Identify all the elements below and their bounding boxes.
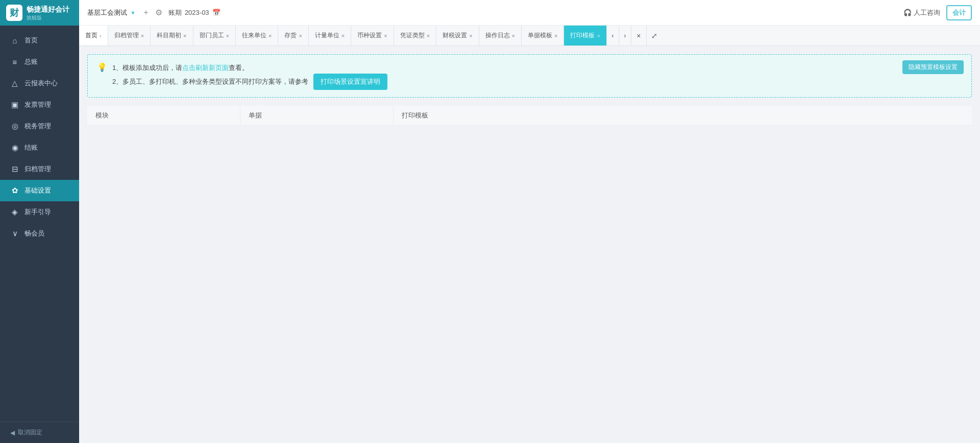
tab-currency-close-icon[interactable]: × (384, 33, 387, 39)
sidebar-item-member[interactable]: ∨ 畅会员 (0, 223, 79, 244)
tab-oplog-label: 操作日志 (485, 31, 510, 40)
main-area: 基层工会测试 ▼ ＋ ⚙ 账期 2023-03 📅 🎧 人工咨询 会计 首页 ‹ (79, 0, 980, 443)
logo-icon: 财 (6, 5, 22, 21)
sidebar-label-close: 结账 (24, 143, 38, 152)
sidebar-item-home[interactable]: ⌂ 首页 (0, 30, 79, 51)
sidebar-item-tax[interactable]: ◎ 税务管理 (0, 115, 79, 137)
tab-print-label: 打印模板 (570, 31, 595, 40)
sidebar-label-reports: 云报表中心 (24, 79, 58, 88)
tab-next-button[interactable]: › (619, 26, 631, 46)
table-col-module: 模块 (87, 106, 240, 125)
ledger-icon: ≡ (10, 58, 19, 66)
hide-template-label: 隐藏预置模板设置 (909, 63, 958, 71)
tab-currency-label: 币种设置 (357, 31, 382, 40)
tab-partner-label: 往来单位 (242, 31, 266, 40)
sidebar-unpin[interactable]: ◀ 取消固定 (0, 422, 79, 443)
tab-print[interactable]: 打印模板 × (564, 26, 606, 45)
tab-voucher-label: 凭证类型 (400, 31, 425, 40)
info-line1: 1、模板添加成功后，请点击刷新新页面查看。 (112, 62, 387, 74)
table-col-template: 打印模板 (394, 106, 972, 125)
info-refresh-link[interactable]: 点击刷新新页面 (182, 64, 229, 72)
tab-fiscal-label: 财税设置 (443, 31, 467, 40)
sidebar-label-ledger: 总账 (24, 57, 38, 66)
tab-department-close-icon[interactable]: × (226, 33, 229, 39)
tab-bar: 首页 ‹ 归档管理 × 科目期初 × 部门员工 × 往来单位 × 存货 × 计量… (79, 26, 980, 46)
sidebar-nav: ⌂ 首页 ≡ 总账 △ 云报表中心 ▣ 发票管理 ◎ 税务管理 ◉ 结账 ⊟ 归… (0, 26, 79, 422)
sidebar-item-reports[interactable]: △ 云报表中心 (0, 73, 79, 94)
tab-archive[interactable]: 归档管理 × (108, 26, 151, 45)
tab-unit-label: 计量单位 (315, 31, 339, 40)
settings-gear-icon[interactable]: ⚙ (155, 8, 162, 17)
headphone-icon: 🎧 (903, 9, 912, 16)
info-box: 💡 1、模板添加成功后，请点击刷新新页面查看。 2、多员工、多打印机、多种业务类… (87, 54, 972, 98)
member-icon: ∨ (10, 229, 19, 238)
unpin-icon: ◀ (10, 429, 15, 436)
tab-currency[interactable]: 币种设置 × (351, 26, 394, 45)
tab-unit[interactable]: 计量单位 × (309, 26, 351, 45)
tab-fiscal-close-icon[interactable]: × (469, 33, 472, 39)
kuaiji-label: 会计 (952, 9, 966, 16)
tab-home[interactable]: 首页 ‹ (79, 26, 108, 45)
tab-expand-button[interactable]: ⤢ (647, 26, 662, 46)
tab-subject-label: 科目期初 (157, 31, 181, 40)
company-selector[interactable]: 基层工会测试 ▼ (87, 8, 136, 17)
sidebar-label-settings: 基础设置 (24, 186, 51, 195)
sidebar-item-ledger[interactable]: ≡ 总账 (0, 51, 79, 73)
tax-icon: ◎ (10, 122, 19, 131)
topbar-right: 🎧 人工咨询 会计 (903, 5, 972, 20)
close-period-icon: ◉ (10, 143, 19, 152)
company-chevron-icon: ▼ (130, 10, 136, 16)
settings-icon: ✿ (10, 186, 19, 195)
sidebar-label-invoices: 发票管理 (24, 100, 51, 109)
calendar-icon[interactable]: 📅 (212, 9, 220, 16)
period-info: 账期 2023-03 📅 (168, 8, 220, 17)
tab-archive-close-icon[interactable]: × (141, 33, 144, 39)
sidebar-item-settings[interactable]: ✿ 基础设置 (0, 180, 79, 201)
info-line2: 2、多员工、多打印机、多种业务类型设置不同打印方案等，请参考 打印场景设置宣讲明 (112, 74, 387, 89)
sidebar-item-archive[interactable]: ⊟ 归档管理 (0, 158, 79, 180)
tab-inventory-close-icon[interactable]: × (299, 33, 302, 39)
sidebar: 财 畅捷通好会计 旗舰版 ⌂ 首页 ≡ 总账 △ 云报表中心 ▣ 发票管理 ◎ … (0, 0, 79, 443)
tab-inventory[interactable]: 存货 × (278, 26, 308, 45)
tab-singledoc-close-icon[interactable]: × (554, 33, 557, 39)
tab-subject[interactable]: 科目期初 × (151, 26, 193, 45)
content-wrapper: 隐藏预置模板设置 💡 1、模板添加成功后，请点击刷新新页面查看。 2、多员工、多… (87, 54, 972, 126)
invoices-icon: ▣ (10, 100, 19, 109)
tab-partner-close-icon[interactable]: × (268, 33, 272, 39)
home-icon: ⌂ (10, 36, 19, 45)
tab-close-all-button[interactable]: × (631, 26, 647, 46)
add-tab-icon[interactable]: ＋ (142, 7, 150, 18)
tab-prev-button[interactable]: ‹ (607, 26, 619, 46)
tab-oplog-close-icon[interactable]: × (512, 33, 515, 39)
guide-icon: ◈ (10, 207, 19, 217)
sidebar-item-guide[interactable]: ◈ 新手引导 (0, 201, 79, 223)
sidebar-label-tax: 税务管理 (24, 122, 51, 131)
content-area: 隐藏预置模板设置 💡 1、模板添加成功后，请点击刷新新页面查看。 2、多员工、多… (79, 46, 980, 443)
hide-template-button[interactable]: 隐藏预置模板设置 (902, 60, 964, 74)
topbar-actions: ＋ ⚙ (142, 7, 162, 18)
info-box-content: 💡 1、模板添加成功后，请点击刷新新页面查看。 2、多员工、多打印机、多种业务类… (97, 62, 962, 90)
tab-archive-label: 归档管理 (114, 31, 139, 40)
sidebar-item-close[interactable]: ◉ 结账 (0, 137, 79, 158)
tab-home-back-icon: ‹ (100, 33, 102, 39)
tab-print-close-icon[interactable]: × (597, 33, 600, 39)
tab-singledoc-label: 单据模板 (528, 31, 552, 40)
tab-singledoc[interactable]: 单据模板 × (522, 26, 564, 45)
print-scene-button[interactable]: 打印场景设置宣讲明 (313, 74, 387, 89)
tab-subject-close-icon[interactable]: × (183, 33, 186, 39)
unpin-label: 取消固定 (18, 428, 42, 437)
service-button[interactable]: 🎧 人工咨询 (903, 8, 940, 17)
tab-partner[interactable]: 往来单位 × (236, 26, 278, 45)
tab-fiscal[interactable]: 财税设置 × (436, 26, 479, 45)
kuaiji-button[interactable]: 会计 (946, 5, 972, 20)
tab-voucher-close-icon[interactable]: × (427, 33, 430, 39)
tab-home-label: 首页 (85, 31, 97, 40)
sidebar-item-invoices[interactable]: ▣ 发票管理 (0, 94, 79, 115)
tab-oplog[interactable]: 操作日志 × (479, 26, 522, 45)
info-line2-text: 2、多员工、多打印机、多种业务类型设置不同打印方案等，请参考 (112, 78, 308, 85)
tab-voucher[interactable]: 凭证类型 × (394, 26, 436, 45)
reports-icon: △ (10, 79, 19, 88)
tab-department[interactable]: 部门员工 × (193, 26, 236, 45)
tab-department-label: 部门员工 (200, 31, 224, 40)
tab-unit-close-icon[interactable]: × (341, 33, 345, 39)
